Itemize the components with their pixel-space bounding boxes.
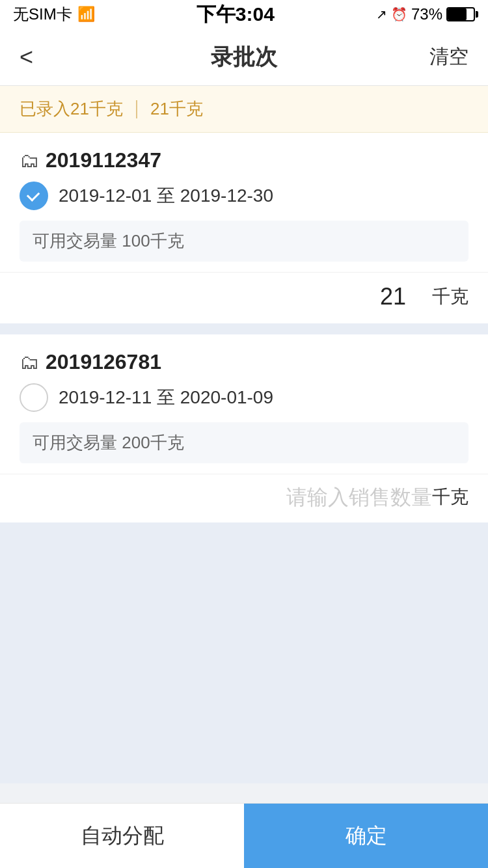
battery-percent: 73% bbox=[411, 5, 442, 23]
batch1-radio[interactable] bbox=[20, 182, 48, 210]
status-time: 下午3:04 bbox=[197, 1, 275, 28]
batch1-id: 2019112347 bbox=[46, 148, 161, 172]
recorded-label: 已录入21千克 bbox=[20, 98, 123, 120]
batch2-doc-icon: 🗂 bbox=[20, 351, 39, 373]
batch1-quantity-row: 21 千克 bbox=[0, 272, 488, 323]
alarm-icon: ⏰ bbox=[391, 7, 407, 22]
auto-distribute-label: 自动分配 bbox=[81, 822, 164, 850]
batch2-date-row: 2019-12-11 至 2020-01-09 bbox=[20, 383, 468, 412]
auto-distribute-button[interactable]: 自动分配 bbox=[0, 804, 244, 868]
batch2-unit: 千克 bbox=[432, 485, 468, 509]
confirm-button[interactable]: 确定 bbox=[244, 804, 488, 868]
batch1-header: 🗂 2019112347 bbox=[20, 148, 468, 172]
batch2-quantity-input[interactable] bbox=[20, 485, 432, 509]
status-right: ↗ ⏰ 73% bbox=[376, 5, 475, 23]
batch1-date-row: 2019-12-01 至 2019-12-30 bbox=[20, 182, 468, 210]
batch2-quantity-row: 千克 bbox=[0, 474, 488, 522]
wifi-icon: 📶 bbox=[77, 6, 95, 23]
batch1-quantity-value: 21 bbox=[380, 283, 406, 310]
batch2-date: 2019-12-11 至 2020-01-09 bbox=[59, 385, 273, 410]
batch2-available: 可用交易量 200千克 bbox=[20, 422, 468, 463]
battery-icon bbox=[446, 7, 475, 21]
batch1-card: 🗂 2019112347 2019-12-01 至 2019-12-30 可用交… bbox=[0, 133, 488, 324]
status-bar: 无SIM卡 📶 下午3:04 ↗ ⏰ 73% bbox=[0, 0, 488, 29]
confirm-label: 确定 bbox=[346, 822, 387, 850]
page-title: 录批次 bbox=[211, 42, 277, 72]
recorded-value: 21千克 bbox=[150, 98, 203, 120]
batch2-id: 2019126781 bbox=[46, 350, 161, 374]
section-divider bbox=[0, 324, 488, 334]
batch1-unit: 千克 bbox=[432, 284, 468, 309]
info-banner: 已录入21千克 21千克 bbox=[0, 86, 488, 133]
location-icon: ↗ bbox=[376, 7, 387, 22]
back-button[interactable]: < bbox=[20, 44, 59, 71]
batch2-header: 🗂 2019126781 bbox=[20, 350, 468, 374]
batch1-doc-icon: 🗂 bbox=[20, 150, 39, 172]
batch2-card: 🗂 2019126781 2019-12-11 至 2020-01-09 可用交… bbox=[0, 334, 488, 523]
banner-divider bbox=[136, 100, 137, 118]
batch2-inner: 🗂 2019126781 2019-12-11 至 2020-01-09 可用交… bbox=[0, 334, 488, 463]
bottom-bar: 自动分配 确定 bbox=[0, 803, 488, 868]
batch2-radio[interactable] bbox=[20, 383, 48, 412]
status-left: 无SIM卡 📶 bbox=[13, 4, 95, 25]
clear-button[interactable]: 清空 bbox=[429, 44, 468, 70]
batch1-date: 2019-12-01 至 2019-12-30 bbox=[59, 183, 273, 208]
batch1-available: 可用交易量 100千克 bbox=[20, 221, 468, 262]
nav-bar: < 录批次 清空 bbox=[0, 29, 488, 86]
carrier-text: 无SIM卡 bbox=[13, 4, 72, 25]
empty-area bbox=[0, 523, 488, 783]
batch1-inner: 🗂 2019112347 2019-12-01 至 2019-12-30 可用交… bbox=[0, 133, 488, 262]
